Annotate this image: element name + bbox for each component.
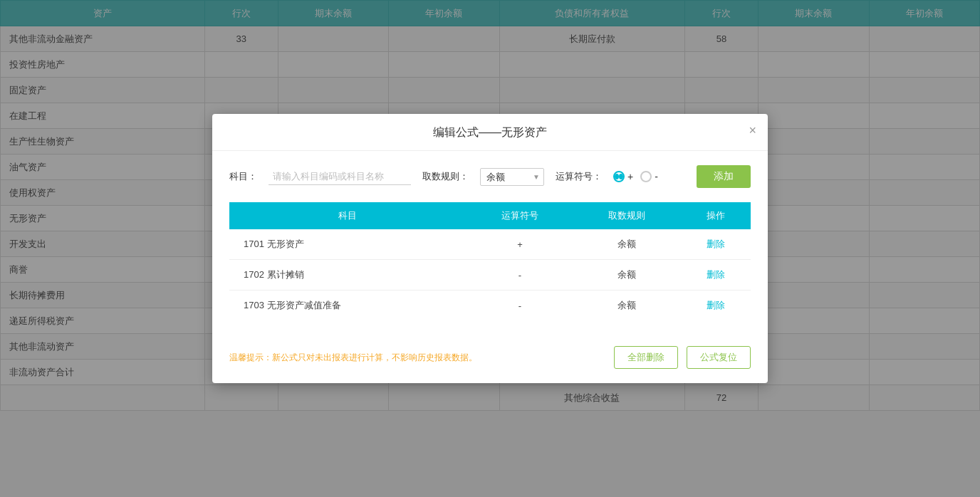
operator-plus-label: + — [627, 171, 633, 182]
delete-row1-link[interactable]: 删除 — [707, 239, 725, 249]
table-row: 1702 累计摊销 - 余额 删除 — [229, 260, 751, 291]
radio-plus-icon — [613, 171, 625, 182]
col-operator: 运算符号 — [466, 202, 573, 229]
operator-minus-radio[interactable]: - — [640, 171, 658, 182]
col-subject: 科目 — [229, 202, 466, 229]
row3-operator: - — [466, 291, 573, 321]
rule-select[interactable]: 余额 借方发生额 贷方发生额 — [480, 168, 544, 186]
delete-row3-link[interactable]: 删除 — [707, 300, 725, 310]
row1-operator: + — [466, 229, 573, 260]
radio-minus-icon — [640, 171, 652, 182]
row2-rule: 余额 — [573, 260, 680, 291]
footer-buttons: 全部删除 公式复位 — [614, 346, 751, 369]
edit-formula-modal: 编辑公式——无形资产 × 科目： 取数规则： 余额 借方发生额 贷方发生额 ▼ — [212, 114, 768, 383]
modal-header: 编辑公式——无形资产 × — [212, 114, 768, 151]
modal-title: 编辑公式——无形资产 — [433, 126, 547, 138]
table-row: 1701 无形资产 + 余额 删除 — [229, 229, 751, 260]
row2-subject: 1702 累计摊销 — [229, 260, 466, 291]
footer-hint: 温馨提示：新公式只对未出报表进行计算，不影响历史报表数据。 — [229, 352, 477, 364]
form-row: 科目： 取数规则： 余额 借方发生额 贷方发生额 ▼ 运算符号： + — [229, 165, 751, 188]
rule-label: 取数规则： — [422, 170, 469, 183]
close-button[interactable]: × — [749, 124, 756, 137]
row3-subject: 1703 无形资产减值准备 — [229, 291, 466, 321]
modal-footer: 温馨提示：新公式只对未出报表进行计算，不影响历史报表数据。 全部删除 公式复位 — [212, 335, 768, 383]
subject-input[interactable] — [269, 168, 411, 185]
table-row: 1703 无形资产减值准备 - 余额 删除 — [229, 291, 751, 321]
operator-minus-label: - — [655, 171, 658, 182]
operator-plus-radio[interactable]: + — [613, 171, 633, 182]
row2-action[interactable]: 删除 — [680, 260, 751, 291]
rule-select-wrap: 余额 借方发生额 贷方发生额 ▼ — [480, 168, 544, 186]
formula-table: 科目 运算符号 取数规则 操作 1701 无形资产 + 余额 删除 1702 累… — [229, 202, 751, 320]
add-button[interactable]: 添加 — [697, 165, 751, 188]
table-header-row: 科目 运算符号 取数规则 操作 — [229, 202, 751, 229]
delete-all-button[interactable]: 全部删除 — [614, 346, 678, 369]
row1-subject: 1701 无形资产 — [229, 229, 466, 260]
delete-row2-link[interactable]: 删除 — [707, 269, 725, 280]
modal-overlay: 编辑公式——无形资产 × 科目： 取数规则： 余额 借方发生额 贷方发生额 ▼ — [0, 0, 980, 497]
reset-formula-button[interactable]: 公式复位 — [687, 346, 751, 369]
row3-rule: 余额 — [573, 291, 680, 321]
operator-group: + - — [613, 171, 658, 182]
row2-operator: - — [466, 260, 573, 291]
col-rule: 取数规则 — [573, 202, 680, 229]
row3-action[interactable]: 删除 — [680, 291, 751, 321]
row1-action[interactable]: 删除 — [680, 229, 751, 260]
operator-label: 运算符号： — [556, 170, 602, 183]
subject-label: 科目： — [229, 170, 257, 183]
col-action: 操作 — [680, 202, 751, 229]
row1-rule: 余额 — [573, 229, 680, 260]
modal-body: 科目： 取数规则： 余额 借方发生额 贷方发生额 ▼ 运算符号： + — [212, 151, 768, 335]
